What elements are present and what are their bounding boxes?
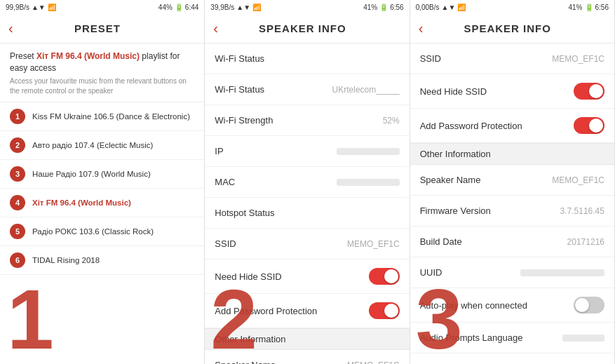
restore-factory-row[interactable]: Restore Factory Settings xyxy=(410,353,614,364)
wifi-status-row-1[interactable]: Wi-Fi Status xyxy=(205,43,409,74)
preset-num-6: 6 xyxy=(10,252,25,268)
signal-icon-3: ▲▼ xyxy=(442,4,456,11)
status-right-1: 44% 🔋 6:44 xyxy=(158,4,198,11)
list-item[interactable]: 4 Хіт FM 96.4 (World Music) xyxy=(0,189,204,217)
toggle-knob xyxy=(384,304,398,318)
preset-name-5: Радіо РОКС 103.6 (Classic Rock) xyxy=(32,227,154,236)
audio-prompts-label: Audio Prompts Language xyxy=(420,332,557,343)
mac-label: MAC xyxy=(215,177,330,187)
add-password-row-2[interactable]: Add Password Protection xyxy=(205,294,409,328)
ip-value xyxy=(337,148,400,155)
add-password-label-3: Add Password Protection xyxy=(420,121,574,131)
speaker-topbar-2: ‹ SPEAKER INFO xyxy=(205,14,409,43)
back-button-1[interactable]: ‹ xyxy=(8,20,13,36)
other-info-section-3: Other Information xyxy=(410,143,614,165)
wifi-status-label-2: Wi-Fi Status xyxy=(215,84,326,95)
need-hide-ssid-row-3[interactable]: Need Hide SSID xyxy=(410,74,614,109)
preset-num-4: 4 xyxy=(10,195,25,210)
hotspot-row[interactable]: Hotspot Status xyxy=(205,198,409,229)
speaker-name-row-3[interactable]: Speaker Name MEMO_EF1C xyxy=(410,165,614,196)
add-password-row-3[interactable]: Add Password Protection xyxy=(410,109,614,143)
list-item[interactable]: 1 Kiss FM Ukraine 106.5 (Dance & Electro… xyxy=(0,102,204,131)
speaker-info-panel-3: 0,00B/s ▲▼ 📶 41% 🔋 6:56 ‹ SPEAKER INFO S… xyxy=(410,0,615,364)
preset-highlight: Хіт FM 96.4 (World Music) xyxy=(36,51,140,61)
toggle-knob xyxy=(589,119,603,133)
autoplay-label: Auto-play when connected xyxy=(420,300,574,311)
network-speed-3: 0,00B/s xyxy=(416,4,440,11)
add-password-toggle-3[interactable] xyxy=(574,117,604,134)
battery-1: 44% xyxy=(158,4,173,11)
status-right-2: 41% 🔋 6:56 xyxy=(363,4,403,11)
uuid-label: UUID xyxy=(420,267,515,278)
speaker-title-3: SPEAKER INFO xyxy=(428,22,586,34)
ssid-value-3: MEMO_EF1C xyxy=(552,54,604,64)
wifi-icon-2: 📶 xyxy=(252,4,261,11)
build-date-value: 20171216 xyxy=(567,237,604,247)
list-item[interactable]: 2 Авто радіо 107.4 (Eclectic Music) xyxy=(0,131,204,160)
status-right-3: 41% 🔋 6:56 xyxy=(569,4,609,11)
back-button-3[interactable]: ‹ xyxy=(419,20,424,36)
list-item[interactable]: 6 TIDAL Rising 2018 xyxy=(0,246,204,275)
wifi-status-row-2[interactable]: Wi-Fi Status UKrtelecom_____ xyxy=(205,74,409,105)
hotspot-label: Hotspot Status xyxy=(215,208,399,218)
preset-name-2: Авто радіо 107.4 (Eclectic Music) xyxy=(32,141,153,149)
need-hide-ssid-label-3: Need Hide SSID xyxy=(420,86,574,97)
preset-list: 1 Kiss FM Ukraine 106.5 (Dance & Electro… xyxy=(0,102,204,364)
wifi-strength-value: 52% xyxy=(383,116,400,126)
preset-name-4: Хіт FM 96.4 (World Music) xyxy=(32,198,131,207)
battery-2: 41% xyxy=(363,4,377,11)
time-3: 6:56 xyxy=(595,4,609,11)
signal-icon-2: ▲▼ xyxy=(236,4,250,11)
build-date-label: Build Date xyxy=(420,236,562,247)
firmware-version-row[interactable]: Firmware Version 3.7.5116.45 xyxy=(410,196,614,227)
uuid-row[interactable]: UUID xyxy=(410,257,614,288)
speaker-title-2: SPEAKER INFO xyxy=(224,22,381,34)
autoplay-toggle[interactable] xyxy=(574,297,604,314)
speaker-name-label-3: Speaker Name xyxy=(420,175,547,185)
build-date-row[interactable]: Build Date 20171216 xyxy=(410,227,614,257)
wifi-status-label-1: Wi-Fi Status xyxy=(215,53,399,64)
need-hide-ssid-label-2: Need Hide SSID xyxy=(215,271,368,282)
list-item[interactable]: 5 Радіо РОКС 103.6 (Classic Rock) xyxy=(0,217,204,246)
need-hide-ssid-row-2[interactable]: Need Hide SSID xyxy=(205,259,409,294)
add-password-toggle-2[interactable] xyxy=(369,302,400,319)
firmware-version-label: Firmware Version xyxy=(420,205,555,216)
wifi-status-value-2: UKrtelecom_____ xyxy=(332,85,400,95)
need-hide-ssid-toggle-3[interactable] xyxy=(574,83,604,100)
mac-value xyxy=(337,179,400,186)
need-hide-ssid-toggle-2[interactable] xyxy=(369,268,400,285)
wifi-strength-row[interactable]: Wi-Fi Strength 52% xyxy=(205,105,409,136)
preset-header: Preset Хіт FM 96.4 (World Music) playlis… xyxy=(0,43,204,102)
toggle-knob xyxy=(575,298,589,312)
wifi-icon-3: 📶 xyxy=(457,4,466,11)
mac-row[interactable]: MAC xyxy=(205,167,409,198)
ip-row[interactable]: IP xyxy=(205,136,409,167)
preset-name-1: Kiss FM Ukraine 106.5 (Dance & Electroni… xyxy=(32,112,190,121)
status-bar-1: 99,9B/s ▲▼ 📶 44% 🔋 6:44 xyxy=(0,0,204,14)
autoplay-row[interactable]: Auto-play when connected xyxy=(410,288,614,323)
other-info-section-2: Other Information xyxy=(205,328,409,350)
status-bar-3: 0,00B/s ▲▼ 📶 41% 🔋 6:56 xyxy=(410,0,614,14)
battery-icon-3: 🔋 xyxy=(585,4,593,11)
uuid-value xyxy=(520,269,604,276)
preset-num-2: 2 xyxy=(10,137,25,153)
speaker-info-content-2: Wi-Fi Status Wi-Fi Status UKrtelecom____… xyxy=(205,43,409,364)
speaker-name-value-2: MEMO_EF1C xyxy=(347,360,400,365)
preset-topbar: ‹ PRESET xyxy=(0,14,204,43)
battery-3: 41% xyxy=(569,4,583,11)
speaker-name-row-2[interactable]: Speaker Name MEMO_EF1C xyxy=(205,350,409,364)
preset-num-3: 3 xyxy=(10,166,25,182)
audio-prompts-row[interactable]: Audio Prompts Language xyxy=(410,323,614,353)
status-left-3: 0,00B/s ▲▼ 📶 xyxy=(416,4,466,11)
back-button-2[interactable]: ‹ xyxy=(213,20,218,36)
preset-name-6: TIDAL Rising 2018 xyxy=(32,256,100,264)
time-2: 6:56 xyxy=(390,4,403,11)
ip-label: IP xyxy=(215,146,330,156)
speaker-info-panel-2: 39,9B/s ▲▼ 📶 41% 🔋 6:56 ‹ SPEAKER INFO W… xyxy=(205,0,410,364)
status-bar-2: 39,9B/s ▲▼ 📶 41% 🔋 6:56 xyxy=(205,0,409,14)
speaker-name-label-2: Speaker Name xyxy=(215,360,342,364)
ssid-row-3[interactable]: SSID MEMO_EF1C xyxy=(410,43,614,74)
list-item[interactable]: 3 Наше Радіо 107.9 (World Music) xyxy=(0,160,204,189)
ssid-row-2[interactable]: SSID MEMO_EF1C xyxy=(205,229,409,259)
preset-panel: 99,9B/s ▲▼ 📶 44% 🔋 6:44 ‹ PRESET Preset … xyxy=(0,0,205,364)
